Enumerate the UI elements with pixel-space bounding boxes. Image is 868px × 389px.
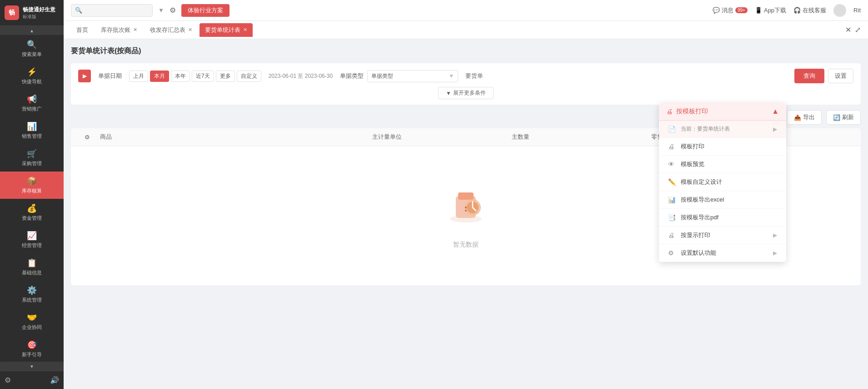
dropdown-print-icon: 🖨 [666, 108, 673, 115]
svg-point-8 [465, 210, 467, 212]
tab-receipt-summary[interactable]: 收发存汇总表 ✕ [145, 23, 198, 37]
export-button[interactable]: 📤 导出 [787, 110, 822, 125]
current-template-arrow: ▶ [773, 126, 777, 132]
expand-more-button[interactable]: ▼ 展开更多条件 [438, 87, 494, 99]
headset-icon: 🎧 [793, 7, 801, 14]
sidebar-scroll-up[interactable]: ▲ [0, 26, 64, 35]
system-icon: ⚙️ [27, 285, 37, 295]
display-print-arrow: ▶ [773, 232, 777, 238]
order-label-area: 要货单 [465, 72, 483, 80]
user-avatar[interactable] [833, 4, 846, 17]
dropdown-item-template-print[interactable]: 🖨 模板打印 [659, 138, 786, 156]
topbar-dropdown-arrow[interactable]: ▼ [158, 7, 164, 14]
svg-point-7 [465, 207, 467, 208]
sidebar-item-marketing[interactable]: 📢 营销推广 [0, 90, 64, 117]
date-btn-more[interactable]: 更多 [216, 71, 235, 82]
type-select-arrow: ▼ [449, 73, 454, 79]
doc-icon: 📄 [668, 126, 676, 133]
sidebar-item-system[interactable]: ⚙️ 系统管理 [0, 281, 64, 308]
online-service-button[interactable]: 🎧 在线客服 [793, 6, 826, 15]
type-label: 单据类型 [340, 72, 364, 80]
refresh-button[interactable]: 🔄 刷新 [826, 110, 861, 125]
sidebar-item-collab[interactable]: 🤝 企业协同 [0, 308, 64, 335]
flash-icon: ⚡ [27, 67, 37, 77]
expand-icon: ▼ [446, 90, 451, 96]
date-label: 单据日期 [98, 72, 122, 80]
date-btn-current[interactable]: 本月 [150, 71, 169, 82]
filter-toggle-button[interactable]: ▶ [78, 70, 91, 82]
speaker-icon[interactable]: 🔊 [50, 376, 59, 384]
topbar: 🔍 ▼ ⚙ 体验行业方案 💬 消息 99+ 📱 App下载 🎧 在线客服 Rit [64, 0, 868, 21]
app-logo: 畅 畅捷通好生意 标准版 [0, 0, 64, 26]
topbar-gear-icon[interactable]: ⚙ [170, 6, 176, 15]
design-icon: ✏️ [668, 178, 676, 186]
guide-icon: 🎯 [27, 340, 37, 350]
tab-close-all-button[interactable]: ✕ [845, 25, 851, 34]
column-settings-icon[interactable]: ⚙ [85, 134, 90, 141]
app-download-button[interactable]: 📱 App下载 [755, 6, 786, 15]
topbar-search-icon: 🔍 [75, 7, 82, 14]
sidebar-scroll-down[interactable]: ▼ [0, 362, 64, 371]
dropdown-close-button[interactable]: ▲ [772, 107, 779, 116]
refresh-icon: 🔄 [833, 114, 840, 121]
chevron-right-icon: ▶ [83, 73, 87, 79]
topbar-search-box[interactable]: 🔍 [71, 4, 153, 17]
sidebar-item-sales[interactable]: 📊 销售管理 [0, 117, 64, 144]
date-btn-7days[interactable]: 近7天 [192, 71, 214, 82]
sidebar-item-shortcut[interactable]: ⚡ 快捷导航 [0, 62, 64, 90]
sidebar-item-guide[interactable]: 🎯 新手引导 [0, 335, 64, 362]
sidebar-item-finance[interactable]: 💰 资金管理 [0, 199, 64, 226]
tab-close-inventory-batch[interactable]: ✕ [133, 27, 137, 33]
tabs-bar: 首页 库存批次账 ✕ 收发存汇总表 ✕ 要货单统计表 ✕ ✕ ⤢ [64, 21, 868, 39]
logo-icon: 畅 [5, 5, 19, 20]
main-area: 🔍 ▼ ⚙ 体验行业方案 💬 消息 99+ 📱 App下载 🎧 在线客服 Rit [64, 0, 868, 389]
tab-close-receipt-summary[interactable]: ✕ [188, 27, 192, 33]
tab-close-order-stats[interactable]: ✕ [243, 27, 247, 33]
table-col-settings[interactable]: ⚙ [78, 134, 96, 141]
sidebar-item-search[interactable]: 🔍 搜索菜单 [0, 35, 64, 62]
dropdown-title: 🖨 按模板打印 [666, 107, 708, 116]
sidebar-item-basic[interactable]: 📋 基础信息 [0, 253, 64, 281]
filter-action-buttons: 查询 设置 [794, 69, 853, 83]
settings-bottom-icon[interactable]: ⚙ [5, 376, 11, 384]
tab-order-stats[interactable]: 要货单统计表 ✕ [200, 23, 253, 37]
tab-inventory-batch[interactable]: 库存批次账 ✕ [95, 23, 143, 37]
date-btn-year[interactable]: 本年 [171, 71, 190, 82]
dropdown-item-set-default[interactable]: ⚙ 设置默认功能 ▶ [659, 244, 786, 262]
trial-industry-button[interactable]: 体验行业方案 [181, 4, 229, 17]
type-select-box[interactable]: 单据类型 ▼ [367, 70, 458, 82]
marketing-icon: 📢 [27, 94, 37, 104]
sidebar-item-purchase[interactable]: 🛒 采购管理 [0, 144, 64, 172]
sales-icon: 📊 [27, 121, 37, 131]
order-label: 要货单 [465, 72, 483, 80]
phone-icon: 📱 [755, 7, 762, 14]
dropdown-item-template-design[interactable]: ✏️ 模板自定义设计 [659, 173, 786, 191]
inventory-icon: 📦 [27, 176, 37, 186]
filter-type-select: 单据类型 单据类型 ▼ [340, 70, 458, 82]
tab-home[interactable]: 首页 [71, 23, 94, 37]
basic-icon: 📋 [27, 258, 37, 268]
collab-icon: 🤝 [27, 313, 37, 323]
tabs-actions: ✕ ⤢ [845, 25, 861, 34]
sidebar-item-inventory[interactable]: 📦 库存核算 [0, 172, 64, 199]
dropdown-item-current-template[interactable]: 📄 当前：要货单统计表 ▶ [659, 121, 786, 138]
dropdown-item-display-print[interactable]: 🖨 按显示打印 ▶ [659, 227, 786, 244]
query-button[interactable]: 查询 [794, 69, 824, 83]
date-range-display: 2023-06-01 至 2023-06-30 [269, 72, 333, 80]
tab-expand-button[interactable]: ⤢ [855, 25, 861, 34]
topbar-right: 💬 消息 99+ 📱 App下载 🎧 在线客服 Rit [713, 4, 861, 17]
dropdown-item-export-pdf[interactable]: 📑 按模板导出pdf [659, 209, 786, 227]
filter-expand-row: ▼ 展开更多条件 [78, 87, 853, 99]
sidebar-item-operations[interactable]: 📈 经营管理 [0, 226, 64, 253]
topbar-search-input[interactable] [85, 7, 140, 14]
settings-filter-button[interactable]: 设置 [828, 69, 853, 83]
date-btn-custom[interactable]: 自定义 [237, 71, 261, 82]
date-buttons: 上月 本月 本年 近7天 更多 自定义 [129, 71, 261, 82]
dropdown-item-template-preview[interactable]: 👁 模板预览 [659, 156, 786, 173]
excel-icon: 📊 [668, 196, 676, 203]
message-button[interactable]: 💬 消息 99+ [713, 6, 748, 15]
operations-icon: 📈 [27, 231, 37, 241]
sidebar: 畅 畅捷通好生意 标准版 ▲ 🔍 搜索菜单 ⚡ 快捷导航 📢 营销推广 📊 销售… [0, 0, 64, 389]
dropdown-item-export-excel[interactable]: 📊 按模板导出excel [659, 191, 786, 209]
date-btn-prev[interactable]: 上月 [129, 71, 148, 82]
